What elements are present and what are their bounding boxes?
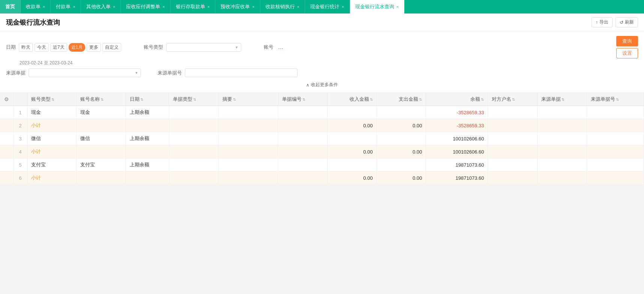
nav-item-receipt[interactable]: 收款单 × [21, 0, 51, 13]
export-button[interactable]: ↑ 导出 [591, 17, 612, 27]
cell-income [327, 106, 377, 119]
nav-label-payment: 付款单 [56, 3, 71, 10]
nav-item-other-income[interactable]: 其他收入单 × [81, 0, 121, 13]
nav-item-receipt-verify[interactable]: 收款核销执行 × [260, 0, 305, 13]
col-source-doc-no[interactable]: 来源单据号⇅ [587, 93, 644, 106]
table-row: 2小计0.000.00-3528659.33 [0, 119, 644, 132]
nav-item-ar-ap-adjust[interactable]: 应收应付调整单 × [121, 0, 170, 13]
row-number: 1 [14, 106, 27, 119]
col-no [14, 93, 27, 106]
cell-expense: 0.00 [377, 119, 426, 132]
account-type-select[interactable]: ▾ [166, 43, 241, 52]
col-expense[interactable]: 支出金额⇅ [377, 93, 426, 106]
source-doc-no-input[interactable] [185, 69, 297, 77]
nav-item-cash-bank-flow[interactable]: 现金银行流水查询 × [350, 0, 404, 13]
cell-account-name: 微信 [77, 132, 126, 145]
nav-item-payment[interactable]: 付款单 × [51, 0, 81, 13]
export-label: 导出 [599, 19, 608, 25]
source-doc-label: 来源单据 [6, 70, 26, 76]
nav-item-home[interactable]: 首页 [0, 0, 21, 13]
nav-close-cash-bank-stat[interactable]: × [342, 4, 344, 9]
cell-balance: 100102606.60 [426, 145, 488, 158]
nav-label-receipt: 收款单 [26, 3, 41, 10]
settings-button[interactable]: 设置 [616, 48, 638, 58]
cell-income: 0.00 [327, 119, 377, 132]
cell-summary [219, 106, 278, 119]
nav-close-receipt[interactable]: × [43, 4, 45, 9]
cell-source-doc [537, 106, 587, 119]
source-doc-select[interactable]: ▾ [29, 69, 141, 77]
filter-area: 日期 昨天 今天 近7天 近1月 更多 自定义 账号类型 ▾ [0, 31, 644, 93]
date-btn-1month[interactable]: 近1月 [69, 43, 86, 52]
cell-account-type: 支付宝 [27, 158, 77, 172]
query-button[interactable]: 查询 [616, 36, 638, 46]
cell-doc-no [278, 158, 327, 172]
collapse-bar[interactable]: ∧ 收起更多条件 [6, 80, 638, 90]
nav-close-bank-deposit[interactable]: × [207, 4, 210, 9]
col-account-type[interactable]: 账号类型⇅ [27, 93, 77, 106]
nav-close-receipt-verify[interactable]: × [297, 4, 299, 9]
sort-source-doc-icon: ⇅ [561, 97, 564, 101]
cell-income [327, 158, 377, 172]
nav-label-prepay-offset: 预收冲应收单 [221, 3, 250, 10]
cell-source-doc-no [587, 158, 644, 172]
date-btn-today[interactable]: 今天 [35, 43, 49, 52]
table-body: 1现金现金上期余额-3528659.332小计0.000.00-3528659.… [0, 106, 644, 185]
col-account-name[interactable]: 账号名称⇅ [77, 93, 126, 106]
cell-source-doc [537, 132, 587, 145]
cell-doc-type [169, 132, 219, 145]
dots-button[interactable]: ... [276, 44, 284, 51]
cell-doc-no [278, 145, 327, 158]
cell-counterparty [488, 158, 537, 172]
cell-account-name [77, 172, 126, 185]
nav-close-cash-bank-flow[interactable]: × [396, 4, 399, 9]
date-btn-7days[interactable]: 近7天 [50, 43, 67, 52]
source-doc-no-label: 来源单据号 [158, 70, 182, 76]
nav-item-bank-deposit[interactable]: 银行存取款单 × [171, 0, 215, 13]
cell-doc-type [169, 158, 219, 172]
date-range-display: 2023-02-24 至 2023-03-24 [20, 60, 72, 66]
date-btn-custom[interactable]: 自定义 [102, 43, 121, 52]
cell-date [126, 145, 169, 158]
nav-close-other-income[interactable]: × [113, 4, 115, 9]
cell-account-name [77, 119, 126, 132]
cell-expense [377, 106, 426, 119]
col-summary[interactable]: 摘要⇅ [219, 93, 278, 106]
date-btn-more[interactable]: 更多 [87, 43, 101, 52]
sort-income-icon: ⇅ [370, 97, 373, 101]
row-number: 4 [14, 145, 27, 158]
table-row: 4小计0.000.00100102606.60 [0, 145, 644, 158]
cell-source-doc-no [587, 132, 644, 145]
nav-label-receipt-verify: 收款核销执行 [266, 3, 295, 10]
header-actions: ↑ 导出 ↺ 刷新 [591, 17, 638, 27]
nav-close-payment[interactable]: × [73, 4, 75, 9]
top-nav: 首页 收款单 × 付款单 × 其他收入单 × 应收应付调整单 × 银行存取款单 … [0, 0, 644, 13]
account-type-arrow-icon: ▾ [236, 45, 238, 50]
col-source-doc[interactable]: 来源单据⇅ [537, 93, 587, 106]
nav-item-cash-bank-stat[interactable]: 现金银行统计 × [305, 0, 350, 13]
cell-account-type: 小计 [27, 145, 77, 158]
export-icon: ↑ [596, 20, 598, 25]
nav-item-prepay-offset[interactable]: 预收冲应收单 × [215, 0, 260, 13]
col-doc-type[interactable]: 单据类型⇅ [169, 93, 219, 106]
table-row: 6小计0.000.0019871073.60 [0, 172, 644, 185]
col-date[interactable]: 日期⇅ [126, 93, 169, 106]
cell-account-name: 支付宝 [77, 158, 126, 172]
table-gear-icon[interactable]: ⚙ [4, 96, 9, 102]
cell-balance: -3528659.33 [426, 106, 488, 119]
col-balance[interactable]: 余额⇅ [426, 93, 488, 106]
cell-doc-no [278, 132, 327, 145]
col-counterparty[interactable]: 对方户名⇅ [488, 93, 537, 106]
refresh-button[interactable]: ↺ 刷新 [615, 17, 638, 27]
col-income[interactable]: 收入金额⇅ [327, 93, 377, 106]
date-btn-yesterday[interactable]: 昨天 [19, 43, 33, 52]
page-header: 现金银行流水查询 ↑ 导出 ↺ 刷新 [0, 13, 644, 31]
sort-summary-icon: ⇅ [233, 97, 236, 101]
cell-date [126, 119, 169, 132]
col-doc-no[interactable]: 单据编号⇅ [278, 93, 327, 106]
nav-label-other-income: 其他收入单 [86, 3, 111, 10]
cell-counterparty [488, 132, 537, 145]
nav-close-prepay-offset[interactable]: × [252, 4, 254, 9]
cell-doc-type [169, 119, 219, 132]
nav-close-ar-ap-adjust[interactable]: × [162, 4, 165, 9]
